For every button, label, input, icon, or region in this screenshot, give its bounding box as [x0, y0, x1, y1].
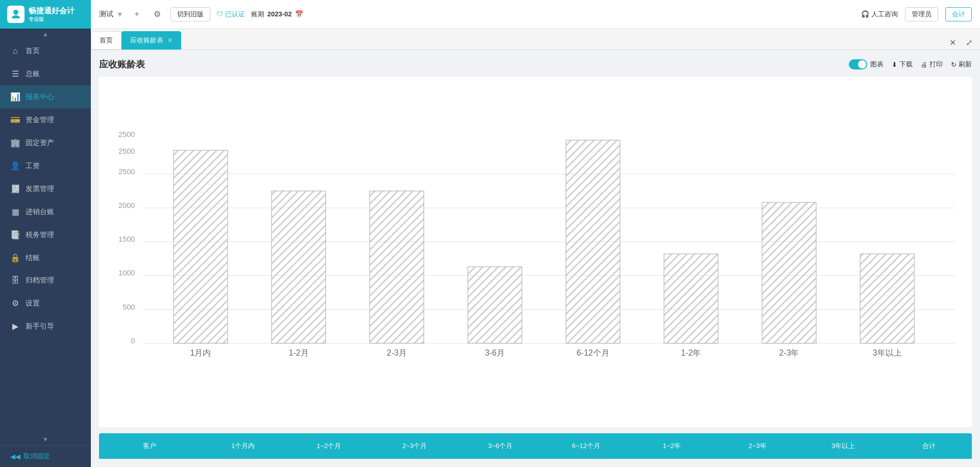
settings-icon: ⚙ [10, 298, 20, 308]
assets-icon: 🏢 [10, 138, 20, 148]
sidebar-label-settings: 设置 [26, 299, 40, 308]
svg-text:2000: 2000 [118, 201, 135, 209]
calendar-icon[interactable]: 📅 [295, 10, 303, 18]
sidebar: 畅捷通好会计 专业版 ▲ ⌂ 首页 ☰ 总账 📊 报表中心 💳 资金管理 🏢 固… [0, 0, 91, 467]
switch-old-version-button[interactable]: 切到旧版 [170, 7, 210, 21]
sidebar-label-tax: 税务管理 [26, 230, 54, 240]
scroll-down-arrow[interactable]: ▼ [0, 434, 91, 445]
print-icon: 🖨 [921, 61, 927, 68]
close-window-button[interactable]: ✕ [945, 35, 960, 50]
bar-1-2月 [272, 191, 326, 343]
funds-icon: 💳 [10, 115, 20, 125]
svg-text:1500: 1500 [118, 235, 135, 243]
chart-toggle-wrapper: 图表 [849, 59, 884, 69]
sidebar-item-invoice[interactable]: 🧾 发票管理 [0, 177, 91, 200]
tab-home[interactable]: 首页 [91, 31, 121, 50]
sidebar-item-assets[interactable]: 🏢 固定资产 [0, 131, 91, 154]
svg-text:500: 500 [122, 303, 135, 311]
sidebar-label-closing: 结账 [26, 253, 40, 263]
svg-point-0 [13, 10, 18, 15]
svg-text:3-6月: 3-6月 [485, 348, 505, 357]
bar-1月内 [174, 150, 228, 343]
bar-2-3年 [762, 202, 816, 343]
sidebar-item-funds[interactable]: 💳 资金管理 [0, 108, 91, 131]
reports-icon: 📊 [10, 92, 20, 102]
sidebar-label-inventory: 进销台账 [26, 207, 54, 217]
svg-text:1月内: 1月内 [190, 348, 211, 357]
main-area: 测试 ▼ ＋ ⚙ 切到旧版 🛡 已认证 账期 2023-02 📅 🎧 人工咨询 … [91, 0, 980, 467]
shield-icon: 🛡 [216, 10, 223, 18]
sidebar-item-guide[interactable]: ▶ 新手引导 [0, 315, 91, 338]
app-logo: 畅捷通好会计 专业版 [0, 0, 91, 29]
sidebar-label-funds: 资金管理 [26, 115, 54, 125]
sidebar-item-settings[interactable]: ⚙ 设置 [0, 292, 91, 315]
svg-text:2500: 2500 [118, 130, 135, 138]
refresh-icon: ↻ [951, 61, 957, 68]
content-area: 应收账龄表 图表 ⬇ 下载 🖨 打印 ↻ 刷新 [91, 50, 980, 467]
sidebar-label-home: 首页 [26, 46, 40, 56]
download-button[interactable]: ⬇ 下载 [892, 60, 913, 69]
headset-icon: 🎧 [861, 10, 869, 18]
scroll-up-arrow[interactable]: ▲ [0, 29, 91, 40]
topbar-right: 🎧 人工咨询 管理员 会计 [861, 7, 972, 21]
bar-2-3月 [370, 191, 424, 343]
payroll-icon: 👤 [10, 161, 20, 171]
svg-text:2-3年: 2-3年 [779, 348, 799, 357]
sidebar-label-archive: 归档管理 [26, 276, 54, 285]
sidebar-item-archive[interactable]: 🗄 归档管理 [0, 269, 91, 292]
col-total: 合计 [886, 433, 972, 459]
user-button[interactable]: 管理员 [905, 7, 938, 21]
tax-icon: 📑 [10, 230, 20, 240]
sidebar-item-home[interactable]: ⌂ 首页 [0, 40, 91, 62]
period-display: 账期 2023-02 📅 [251, 10, 303, 19]
page-header: 应收账龄表 图表 ⬇ 下载 🖨 打印 ↻ 刷新 [99, 58, 972, 71]
col-3y-plus: 3年以上 [800, 433, 886, 459]
bar-chart: 0 500 1000 1500 2000 2500 2500 2500 [109, 87, 962, 417]
chart-toggle[interactable] [849, 59, 867, 69]
svg-text:1-2年: 1-2年 [681, 348, 701, 357]
service-button[interactable]: 🎧 人工咨询 [861, 10, 898, 19]
col-6-12m: 6~12个月 [543, 433, 629, 459]
add-button[interactable]: ＋ [130, 7, 144, 21]
company-selector[interactable]: 测试 ▼ [99, 10, 124, 19]
sidebar-label-guide: 新手引导 [26, 322, 54, 331]
download-icon: ⬇ [892, 61, 897, 68]
svg-text:0: 0 [131, 337, 135, 345]
svg-text:3年以上: 3年以上 [873, 348, 902, 357]
sidebar-label-reports: 报表中心 [26, 92, 54, 102]
print-button[interactable]: 🖨 打印 [921, 60, 943, 69]
sidebar-item-payroll[interactable]: 👤 工资 [0, 154, 91, 177]
tabbar-actions: ✕ ⤢ [945, 35, 980, 50]
sidebar-item-closing[interactable]: 🔒 结账 [0, 246, 91, 269]
col-1m: 1个月内 [200, 433, 286, 459]
sidebar-label-ledger: 总账 [26, 69, 40, 79]
sidebar-item-inventory[interactable]: ▦ 进销台账 [0, 200, 91, 223]
page-title: 应收账龄表 [99, 58, 145, 71]
svg-text:1-2月: 1-2月 [289, 348, 309, 357]
col-2-3y: 2~3年 [715, 433, 800, 459]
refresh-button[interactable]: ↻ 刷新 [951, 60, 972, 69]
expand-button[interactable]: ⤢ [962, 35, 976, 50]
invoice-icon: 🧾 [10, 184, 20, 194]
sidebar-label-invoice: 发票管理 [26, 184, 54, 194]
sidebar-item-reports[interactable]: 📊 报表中心 [0, 85, 91, 108]
tab-home-label: 首页 [100, 36, 113, 45]
guide-icon: ▶ [10, 321, 20, 331]
role-button[interactable]: 会计 [945, 7, 972, 21]
col-2-3m: 2~3个月 [372, 433, 457, 459]
chart-toggle-label: 图表 [870, 60, 884, 69]
company-dropdown-icon: ▼ [116, 10, 124, 18]
tabbar: 首页 应收账龄表 ✕ ✕ ⤢ [91, 29, 980, 50]
closing-icon: 🔒 [10, 253, 20, 263]
sidebar-label-assets: 固定资产 [26, 138, 54, 148]
bar-3年以上 [860, 254, 914, 343]
settings-button[interactable]: ⚙ [150, 7, 164, 21]
sidebar-item-tax[interactable]: 📑 税务管理 [0, 223, 91, 246]
company-name: 测试 [99, 10, 113, 19]
sidebar-item-ledger[interactable]: ☰ 总账 [0, 62, 91, 85]
page-actions: 图表 ⬇ 下载 🖨 打印 ↻ 刷新 [849, 59, 972, 69]
tab-ar-aging-label: 应收账龄表 [130, 36, 163, 45]
close-tab-icon[interactable]: ✕ [167, 37, 173, 44]
cancel-pin-button[interactable]: ◀◀ 取消固定 [0, 445, 91, 467]
tab-ar-aging[interactable]: 应收账龄表 ✕ [121, 31, 181, 50]
